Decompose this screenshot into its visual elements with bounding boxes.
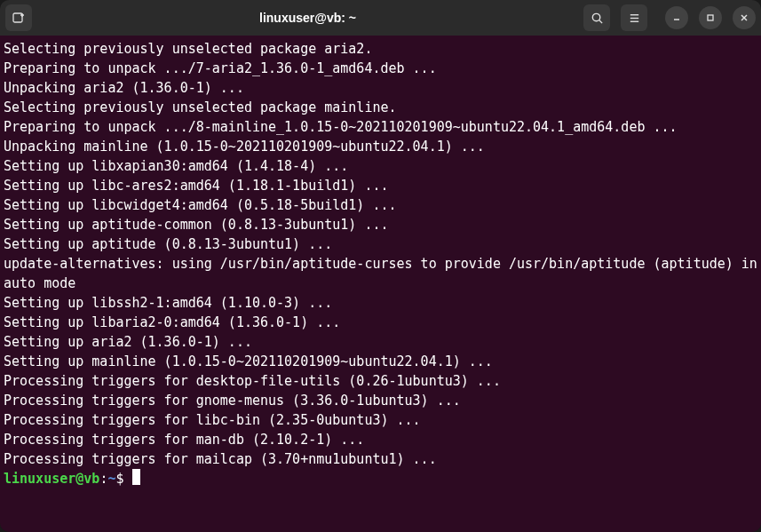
terminal-line: Setting up mainline (1.0.15-0~2021102019… bbox=[4, 352, 757, 371]
titlebar-right bbox=[583, 4, 756, 31]
minimize-button[interactable] bbox=[665, 6, 688, 29]
terminal-line: Processing triggers for gnome-menus (3.3… bbox=[4, 391, 757, 410]
close-button[interactable] bbox=[733, 6, 756, 29]
terminal-line: Processing triggers for mailcap (3.70+nm… bbox=[4, 449, 757, 469]
terminal-line: Selecting previously unselected package … bbox=[4, 39, 757, 59]
prompt-symbol: $ bbox=[115, 471, 131, 487]
maximize-icon bbox=[706, 13, 715, 22]
prompt-user-host: linuxuser@vb bbox=[4, 471, 99, 487]
window-controls bbox=[665, 6, 756, 29]
terminal-line: Processing triggers for libc-bin (2.35-0… bbox=[4, 410, 757, 430]
terminal-line: Processing triggers for man-db (2.10.2-1… bbox=[4, 430, 757, 449]
terminal-line: Preparing to unpack .../7-aria2_1.36.0-1… bbox=[4, 59, 757, 78]
prompt-line: linuxuser@vb:~$ bbox=[4, 469, 757, 488]
terminal-line: update-alternatives: using /usr/bin/apti… bbox=[4, 254, 757, 293]
menu-button[interactable] bbox=[621, 4, 647, 31]
titlebar-left bbox=[5, 4, 32, 31]
hamburger-icon bbox=[628, 12, 641, 25]
search-button[interactable] bbox=[583, 4, 610, 31]
cursor bbox=[132, 469, 140, 485]
terminal-line: Setting up aria2 (1.36.0-1) ... bbox=[4, 332, 757, 352]
terminal-line: Setting up aptitude-common (0.8.13-3ubun… bbox=[4, 215, 757, 234]
terminal-line: Setting up aptitude (0.8.13-3ubuntu1) ..… bbox=[4, 234, 757, 254]
new-tab-icon bbox=[12, 11, 26, 25]
search-icon bbox=[591, 12, 604, 25]
terminal-line: Setting up libc-ares2:amd64 (1.18.1-1bui… bbox=[4, 176, 757, 195]
titlebar: linuxuser@vb: ~ bbox=[0, 0, 761, 36]
terminal-body[interactable]: Selecting previously unselected package … bbox=[0, 36, 761, 532]
terminal-line: Setting up libxapian30:amd64 (1.4.18-4) … bbox=[4, 156, 757, 176]
minimize-icon bbox=[672, 13, 681, 22]
terminal-line: Setting up libaria2-0:amd64 (1.36.0-1) .… bbox=[4, 313, 757, 332]
terminal-line: Setting up libcwidget4:amd64 (0.5.18-5bu… bbox=[4, 195, 757, 215]
terminal-line: Processing triggers for desktop-file-uti… bbox=[4, 371, 757, 391]
terminal-line: Unpacking mainline (1.0.15-0~20211020190… bbox=[4, 137, 757, 156]
terminal-line: Preparing to unpack .../8-mainline_1.0.1… bbox=[4, 117, 757, 137]
svg-point-3 bbox=[592, 13, 599, 20]
window-title: linuxuser@vb: ~ bbox=[37, 11, 578, 25]
maximize-button[interactable] bbox=[699, 6, 722, 29]
terminal-line: Unpacking aria2 (1.36.0-1) ... bbox=[4, 78, 757, 98]
terminal-line: Setting up libssh2-1:amd64 (1.10.0-3) ..… bbox=[4, 293, 757, 313]
svg-rect-9 bbox=[708, 15, 713, 20]
svg-line-4 bbox=[598, 20, 601, 22]
close-icon bbox=[740, 13, 749, 22]
new-tab-button[interactable] bbox=[5, 4, 32, 31]
terminal-line: Selecting previously unselected package … bbox=[4, 98, 757, 117]
terminal-window: linuxuser@vb: ~ bbox=[0, 0, 761, 532]
